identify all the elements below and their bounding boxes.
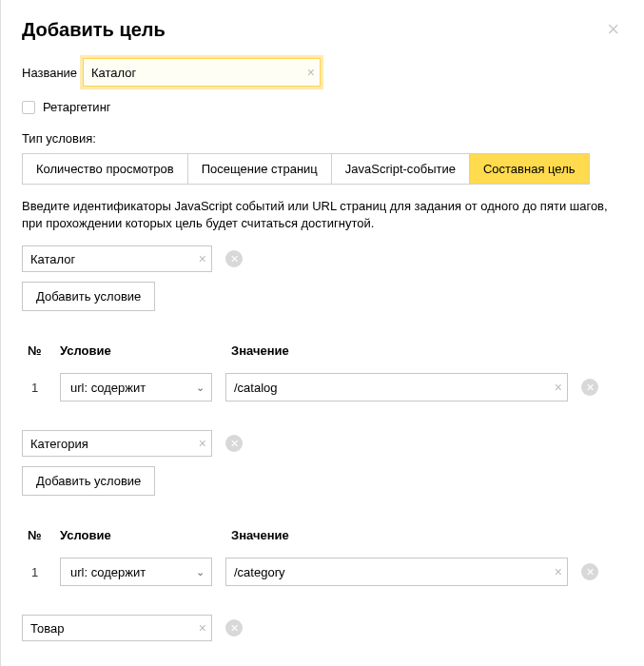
condition-value-input[interactable] [225, 558, 568, 586]
step-name-input[interactable] [22, 245, 212, 272]
modal-title: Добавить цель [22, 19, 166, 41]
row-number: 1 [22, 381, 60, 395]
col-num: № [22, 528, 60, 542]
name-input[interactable] [83, 58, 321, 87]
conditions-table-header: № Условие Значение [22, 522, 623, 548]
add-goal-modal: Добавить цель × Название × Ретаргетинг Т… [0, 0, 644, 666]
col-val: Значение [231, 343, 623, 358]
condition-select[interactable]: url: содержит ⌄ [60, 558, 212, 586]
name-input-wrap: × [83, 58, 321, 87]
condition-select-value: url: содержит [70, 565, 146, 579]
step-name-input[interactable] [22, 430, 212, 457]
add-condition-button[interactable]: Добавить условие [22, 466, 155, 496]
retargeting-checkbox[interactable] [22, 101, 35, 114]
row-number: 1 [22, 565, 60, 579]
condition-row: 1 url: содержит ⌄ × ✕ [22, 373, 623, 402]
condition-type-label: Тип условия: [22, 131, 623, 146]
condition-select[interactable]: url: содержит ⌄ [60, 373, 212, 402]
step-name-row: × ✕ [22, 430, 623, 457]
tab-pages[interactable]: Посещение страниц [188, 154, 332, 184]
step-name-input[interactable] [22, 615, 212, 641]
delete-step-icon[interactable]: ✕ [225, 250, 243, 267]
step-name-row: × ✕ [22, 615, 623, 641]
step-name-row: × ✕ [22, 245, 623, 272]
col-val: Значение [231, 528, 623, 542]
retargeting-label: Ретаргетинг [43, 100, 111, 114]
col-num: № [22, 343, 60, 358]
instruction-text: Введите идентификаторы JavaScript событи… [22, 198, 623, 232]
add-condition-button[interactable]: Добавить условие [22, 282, 155, 311]
clear-value-icon[interactable]: × [555, 564, 562, 579]
close-icon[interactable]: × [603, 19, 623, 40]
col-cond: Условие [60, 343, 231, 358]
name-label: Название [22, 66, 83, 80]
tab-views[interactable]: Количество просмотров [23, 154, 188, 184]
condition-value-input[interactable] [225, 373, 568, 402]
clear-step-name-icon[interactable]: × [199, 436, 206, 451]
condition-row: 1 url: содержит ⌄ × ✕ [22, 558, 623, 586]
clear-step-name-icon[interactable]: × [199, 251, 206, 266]
delete-step-icon[interactable]: ✕ [225, 619, 243, 637]
tab-composite[interactable]: Составная цель [470, 154, 589, 184]
tab-js-event[interactable]: JavaScript-событие [332, 154, 470, 184]
retargeting-row: Ретаргетинг [22, 100, 623, 114]
delete-step-icon[interactable]: ✕ [225, 435, 243, 452]
clear-value-icon[interactable]: × [555, 380, 562, 395]
col-cond: Условие [60, 528, 231, 542]
clear-step-name-icon[interactable]: × [199, 620, 206, 636]
condition-type-tabs: Количество просмотров Посещение страниц … [22, 153, 590, 185]
condition-select-value: url: содержит [70, 381, 146, 395]
conditions-table-header: № Условие Значение [22, 338, 623, 363]
delete-row-icon[interactable]: ✕ [581, 563, 598, 580]
clear-name-icon[interactable]: × [307, 65, 315, 80]
delete-row-icon[interactable]: ✕ [581, 379, 598, 396]
name-row: Название × [22, 58, 623, 87]
modal-header: Добавить цель × [22, 19, 623, 41]
